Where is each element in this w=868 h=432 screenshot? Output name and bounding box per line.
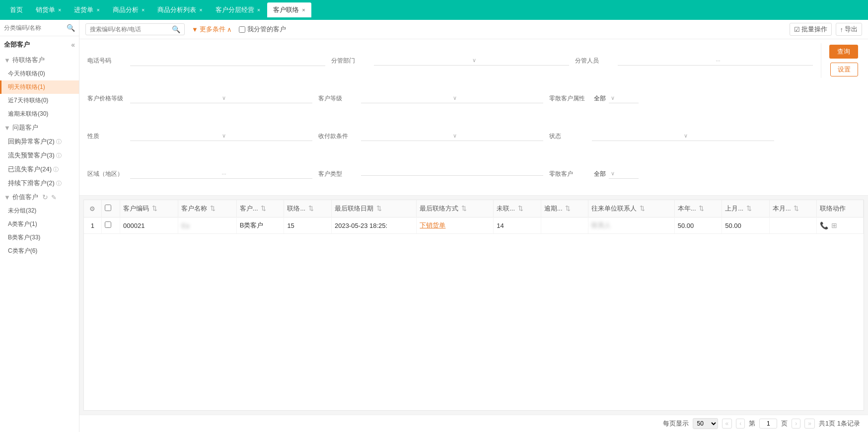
last-way-link[interactable]: 下销货单 (420, 221, 445, 229)
filter-bar: 🔍 ▼ 更多条件 ∧ 我分管的客户 ☑ 批量操作 ↑ 导出 (79, 20, 868, 39)
sort-code-icon[interactable]: ⇅ (152, 205, 157, 212)
export-icon: ↑ (840, 26, 844, 33)
payment-select[interactable]: ∨ (361, 131, 543, 141)
sort-last-date-icon[interactable]: ⇅ (376, 205, 382, 212)
row-checkbox[interactable] (105, 221, 111, 228)
more-action-icon[interactable]: ⊞ (831, 221, 837, 229)
my-customers-checkbox-label[interactable]: 我分管的客户 (239, 25, 286, 34)
customer-level-select[interactable]: ∨ (361, 93, 543, 103)
sort-type-icon[interactable]: ⇅ (261, 205, 266, 212)
td-last-month: 50.00 (722, 217, 770, 234)
sidebar-item-churned[interactable]: 已流失客户(24) ⓘ (0, 162, 79, 176)
close-customer-contact-icon[interactable]: × (302, 7, 305, 13)
price-level-select[interactable]: ∨ (130, 93, 312, 103)
zero-attr-select[interactable]: ∨ (609, 93, 639, 103)
nav-customer-layering[interactable]: 客户分层经营 × (210, 2, 266, 17)
nav-product-analysis[interactable]: 商品分析 × (107, 2, 150, 17)
sort-overdue-icon[interactable]: ⇅ (565, 205, 571, 212)
next-page-btn[interactable]: › (792, 419, 800, 429)
sidebar-search-area: 🔍 (0, 20, 79, 36)
sidebar-group-problem-customers: ▼ 问题客户 (0, 121, 79, 135)
sidebar-all-customers[interactable]: 全部客户 « (0, 36, 79, 53)
td-code: 000021 (120, 217, 178, 234)
sort-last-way-icon[interactable]: ⇅ (461, 205, 467, 212)
sidebar-search-input[interactable] (4, 24, 65, 31)
sort-contacts-icon[interactable]: ⇅ (308, 205, 314, 212)
sidebar-item-repurchase-abnormal[interactable]: 回购异常客户(2) ⓘ (0, 135, 79, 148)
th-last-way: 最后联络方式 ⇅ (417, 200, 494, 217)
sidebar-item-class-b[interactable]: B类客户(33) (0, 231, 79, 244)
sort-no-contact-icon[interactable]: ⇅ (518, 205, 523, 212)
close-product-analysis-icon[interactable]: × (142, 7, 145, 13)
sort-this-year-icon[interactable]: ⇅ (699, 205, 704, 212)
nav-customer-contact[interactable]: 客户联络 × (267, 2, 311, 17)
person-select[interactable]: ··· (618, 56, 813, 66)
sidebar-group-value-customers: ▼ 价值客户 ↻ ✎ (0, 190, 79, 204)
phone-input[interactable] (130, 56, 325, 66)
sidebar-item-today-pending[interactable]: 今天待联络(0) (0, 67, 79, 80)
call-action-icon[interactable]: 📞 (820, 221, 828, 229)
td-no-contact: 14 (494, 217, 541, 234)
my-customers-checkbox[interactable] (239, 26, 245, 33)
area-select[interactable]: ··· (130, 169, 312, 179)
nav-sales-order[interactable]: 销货单 × (30, 2, 67, 17)
company-contacts-blurred: 联系人 (591, 221, 611, 229)
zero-customer-select[interactable]: ∨ (609, 169, 639, 179)
batch-operation-btn[interactable]: ☑ 批量操作 (790, 23, 832, 36)
customer-type-select[interactable] (361, 172, 543, 176)
prev-page-btn[interactable]: ‹ (736, 419, 745, 429)
th-overdue: 逾期... ⇅ (541, 200, 588, 217)
sort-this-month-icon[interactable]: ⇅ (794, 205, 799, 212)
select-all-checkbox[interactable] (105, 205, 111, 211)
th-this-year: 本年... ⇅ (674, 200, 722, 217)
status-select[interactable]: ∨ (592, 131, 774, 141)
nav-purchase-order[interactable]: 进货单 × (68, 2, 105, 17)
search-icon[interactable]: 🔍 (172, 25, 180, 33)
page-input[interactable] (759, 419, 777, 429)
customer-level-arrow-icon: ∨ (453, 95, 542, 101)
person-field: 分管人员 ··· (575, 56, 813, 66)
set-button[interactable]: 设置 (830, 63, 858, 76)
sidebar-item-declining[interactable]: 持续下滑客户(2) ⓘ (0, 176, 79, 190)
last-page-btn[interactable]: » (804, 419, 815, 429)
sidebar-item-tomorrow-pending[interactable]: 明天待联络(1) (0, 80, 79, 94)
more-conditions-btn[interactable]: ▼ 更多条件 ∧ (189, 23, 235, 35)
query-button[interactable]: 查询 (829, 45, 858, 59)
export-btn[interactable]: ↑ 导出 (836, 23, 863, 36)
close-purchase-order-icon[interactable]: × (96, 7, 99, 13)
th-no-contact: 未联... ⇅ (494, 200, 541, 217)
search-input[interactable] (90, 26, 170, 33)
sidebar-item-unclassified[interactable]: 未分组(32) (0, 204, 79, 217)
first-page-btn[interactable]: « (722, 419, 732, 429)
page-suffix: 页 (781, 419, 788, 428)
sidebar-item-overdue-contact[interactable]: 逾期未联络(30) (0, 107, 79, 121)
info-icon-declining: ⓘ (56, 180, 62, 186)
sidebar-collapse-icon[interactable]: « (71, 41, 75, 49)
nature-select[interactable]: ∨ (130, 131, 312, 141)
refresh-icon[interactable]: ↻ (42, 193, 48, 201)
data-table-container: ⚙ 客户编码 ⇅ 客户名称 ⇅ (83, 200, 864, 411)
column-settings-icon[interactable]: ⚙ (89, 205, 95, 213)
close-customer-layering-icon[interactable]: × (257, 7, 260, 13)
zero-attr-arrow-icon: ∨ (611, 95, 637, 101)
close-sales-order-icon[interactable]: × (58, 7, 61, 13)
sort-company-icon[interactable]: ⇅ (640, 205, 645, 212)
per-page-select[interactable]: 50 100 200 (693, 418, 718, 429)
nav-home[interactable]: 首页 (4, 2, 29, 17)
sort-name-icon[interactable]: ⇅ (210, 205, 216, 212)
filter-row-2: 客户价格等级 ∨ 客户等级 ∨ 零散客户属性 全部 (87, 81, 860, 116)
td-checkbox (101, 217, 120, 234)
sidebar-item-churn-warning[interactable]: 流失预警客户(3) ⓘ (0, 148, 79, 162)
area-label: 区域（地区） (87, 170, 127, 178)
sort-last-month-icon[interactable]: ⇅ (746, 205, 752, 212)
th-action: 联络动作 (817, 200, 864, 217)
sidebar-item-class-c[interactable]: C类客户(6) (0, 244, 79, 258)
close-product-analysis-list-icon[interactable]: × (199, 7, 202, 13)
sidebar-item-7days-pending[interactable]: 近7天待联络(0) (0, 94, 79, 107)
sidebar-item-class-a[interactable]: A类客户(1) (0, 217, 79, 231)
nav-product-analysis-list[interactable]: 商品分析列表 × (151, 2, 208, 17)
edit-icon[interactable]: ✎ (51, 194, 57, 201)
table-header-row: ⚙ 客户编码 ⇅ 客户名称 ⇅ (84, 200, 864, 217)
dept-select[interactable]: ∨ (374, 56, 569, 66)
sidebar-search-icon[interactable]: 🔍 (67, 24, 75, 32)
